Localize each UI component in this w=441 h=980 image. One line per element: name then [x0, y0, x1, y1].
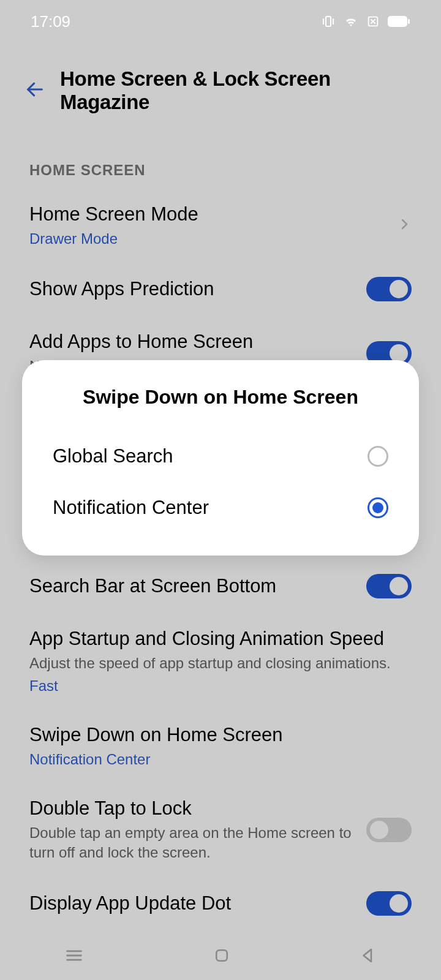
vibrate-icon [321, 14, 336, 29]
dialog-option-notification-center[interactable]: Notification Center [22, 482, 419, 533]
recent-apps-icon[interactable] [64, 945, 85, 966]
home-icon[interactable] [213, 946, 231, 965]
radio-notification-center[interactable] [368, 497, 388, 518]
svg-rect-1 [326, 17, 331, 26]
svg-rect-12 [216, 950, 227, 961]
status-icons [321, 14, 410, 29]
no-sim-icon [366, 15, 380, 28]
back-icon[interactable] [359, 946, 377, 965]
battery-icon [387, 15, 410, 28]
dialog-title: Swipe Down on Home Screen [22, 386, 419, 409]
system-nav-bar [0, 931, 441, 980]
status-time: 17:09 [31, 12, 70, 31]
dialog-option-label: Global Search [53, 445, 173, 467]
status-bar: 17:09 [0, 0, 441, 43]
svg-rect-7 [388, 16, 407, 27]
swipe-down-dialog: Swipe Down on Home Screen Global Search … [22, 360, 419, 556]
dialog-option-global-search[interactable]: Global Search [22, 431, 419, 482]
wifi-icon [343, 14, 359, 29]
svg-marker-13 [363, 949, 371, 962]
svg-rect-8 [408, 19, 410, 24]
dialog-option-label: Notification Center [53, 497, 209, 519]
radio-global-search[interactable] [368, 446, 388, 467]
